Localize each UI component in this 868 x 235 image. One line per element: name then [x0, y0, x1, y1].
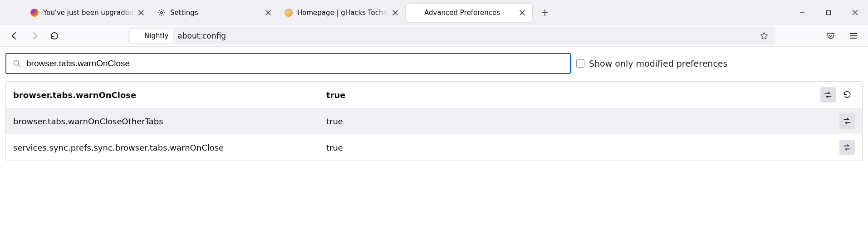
window-controls — [789, 0, 868, 25]
preference-value: true — [326, 90, 820, 100]
show-modified-checkbox[interactable]: Show only modified preferences — [576, 59, 727, 69]
app-menu-button[interactable] — [845, 28, 862, 44]
toolbar-right — [821, 28, 863, 44]
tab-label: Advanced Preferences — [424, 9, 515, 17]
svg-point-2 — [14, 60, 19, 65]
tab-close-button[interactable] — [263, 7, 274, 18]
preference-name: browser.tabs.warnOnCloseOtherTabs — [13, 117, 326, 126]
pocket-button[interactable] — [823, 28, 839, 44]
url-bar[interactable]: Nightly about:config — [128, 27, 775, 44]
svg-rect-1 — [827, 10, 831, 15]
nav-bar: Nightly about:config — [0, 25, 868, 47]
forward-button[interactable] — [26, 28, 43, 44]
tab-ghacks[interactable]: Homepage | gHacks Technology News — [279, 4, 405, 22]
checkbox-label: Show only modified preferences — [589, 59, 727, 69]
tab-close-button[interactable] — [136, 7, 147, 18]
preference-value: true — [326, 143, 839, 152]
blank-favicon — [412, 9, 420, 17]
preference-name: services.sync.prefs.sync.browser.tabs.wa… — [13, 143, 326, 152]
preference-search-input[interactable] — [26, 59, 564, 69]
tab-advanced-preferences[interactable]: Advanced Preferences — [406, 4, 532, 22]
preference-row: services.sync.prefs.sync.browser.tabs.wa… — [6, 134, 862, 161]
firefox-icon — [30, 9, 39, 17]
firefox-icon — [133, 32, 142, 40]
window-close-button[interactable] — [842, 0, 868, 25]
tab-label: Homepage | gHacks Technology News — [297, 9, 388, 17]
window-minimize-button[interactable] — [789, 0, 815, 25]
tab-close-button[interactable] — [390, 7, 401, 18]
row-actions — [820, 87, 855, 103]
gear-icon — [157, 9, 166, 17]
preference-value: true — [326, 117, 839, 126]
svg-point-0 — [161, 11, 163, 14]
row-actions — [839, 140, 855, 155]
preferences-table: browser.tabs.warnOnClose true browser.ta… — [5, 81, 863, 161]
url-text: about:config — [177, 31, 226, 40]
tab-upgraded[interactable]: You've just been upgraded to Firefox — [25, 4, 151, 22]
row-actions — [839, 113, 855, 129]
tab-close-button[interactable] — [517, 7, 528, 18]
search-row: Show only modified preferences — [5, 53, 863, 74]
about-config-content: Show only modified preferences browser.t… — [0, 47, 868, 167]
preference-row: browser.tabs.warnOnClose true — [6, 82, 862, 108]
preference-name: browser.tabs.warnOnClose — [13, 90, 326, 100]
toggle-button[interactable] — [839, 113, 855, 129]
preference-row: browser.tabs.warnOnCloseOtherTabs true — [6, 108, 862, 134]
back-button[interactable] — [6, 28, 23, 44]
toggle-button[interactable] — [839, 140, 855, 155]
toggle-button[interactable] — [820, 87, 836, 103]
tab-label: You've just been upgraded to Firefox — [43, 9, 134, 17]
bookmark-star-button[interactable] — [756, 28, 772, 44]
tab-label: Settings — [170, 9, 261, 17]
checkbox-icon — [576, 59, 584, 68]
window-maximize-button[interactable] — [815, 0, 842, 25]
new-tab-button[interactable] — [538, 5, 552, 20]
ghacks-icon — [284, 9, 293, 17]
tab-bar: You've just been upgraded to Firefox Set… — [0, 0, 868, 25]
identity-box[interactable]: Nightly — [130, 29, 173, 43]
reload-button[interactable] — [46, 28, 63, 44]
tabs-container: You've just been upgraded to Firefox Set… — [25, 4, 552, 22]
identity-label: Nightly — [144, 32, 168, 40]
tab-settings[interactable]: Settings — [152, 4, 278, 22]
preference-search-field[interactable] — [5, 53, 571, 74]
reset-button[interactable] — [839, 87, 855, 103]
